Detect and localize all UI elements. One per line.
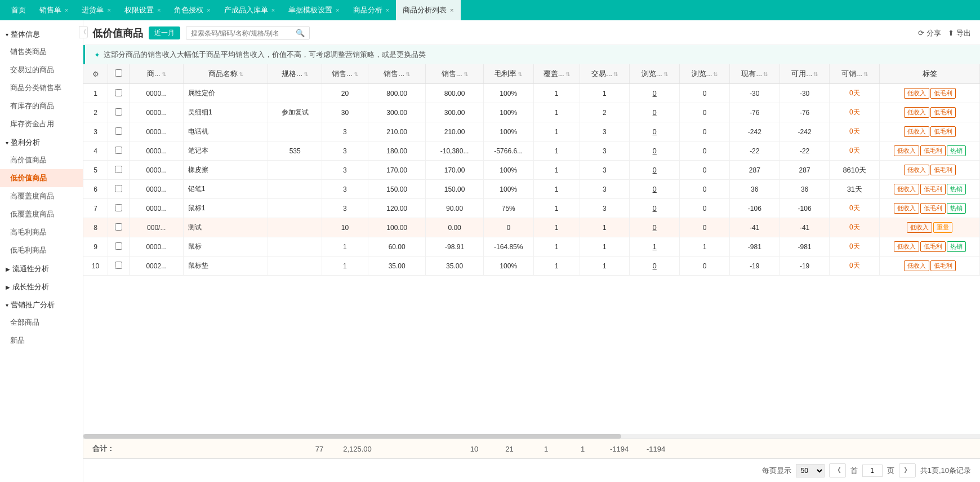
sidebar-item-low-value[interactable]: 低价值商品: [0, 169, 83, 187]
row-view1[interactable]: 0: [630, 122, 680, 141]
sidebar-group-marketing[interactable]: ▾ 营销推广分析: [0, 295, 83, 313]
row-checkbox[interactable]: [108, 84, 130, 103]
col-header-spec[interactable]: 规格...⇅: [268, 64, 322, 84]
sidebar-item-low-coverage[interactable]: 低覆盖度商品: [0, 205, 83, 223]
sidebar-item-sales-products[interactable]: 销售类商品: [0, 43, 83, 61]
scrollbar-thumb[interactable]: [83, 434, 621, 439]
sidebar-item-new-products[interactable]: 新品: [0, 331, 83, 350]
row-select-checkbox[interactable]: [115, 204, 122, 211]
view1-link[interactable]: 0: [653, 147, 657, 155]
view1-link[interactable]: 0: [653, 223, 657, 232]
col-header-code[interactable]: 商...⇅: [130, 64, 184, 84]
close-icon[interactable]: ×: [207, 7, 210, 14]
view1-link[interactable]: 0: [653, 204, 657, 213]
view1-link[interactable]: 0: [653, 108, 657, 117]
row-checkbox[interactable]: [108, 257, 130, 276]
row-view1[interactable]: 0: [630, 218, 680, 237]
row-checkbox[interactable]: [108, 141, 130, 161]
nav-item-purchase[interactable]: 进货单 ×: [75, 0, 117, 20]
col-header-sales-qty[interactable]: 销售...⇅: [322, 64, 368, 84]
first-page-button[interactable]: 《: [829, 463, 846, 477]
view1-link[interactable]: 1: [653, 242, 657, 251]
search-input[interactable]: [191, 29, 292, 37]
sidebar-group-flow[interactable]: ▶ 流通性分析: [0, 259, 83, 277]
view1-link[interactable]: 0: [653, 127, 657, 136]
row-view1[interactable]: 0: [630, 180, 680, 199]
row-select-checkbox[interactable]: [115, 166, 122, 173]
view1-link[interactable]: 0: [653, 185, 657, 193]
row-select-checkbox[interactable]: [115, 262, 122, 269]
checkbox-column-header[interactable]: [108, 64, 130, 84]
sidebar-item-high-value[interactable]: 高价值商品: [0, 151, 83, 169]
period-button[interactable]: 近一月: [149, 26, 180, 39]
col-header-sales-amt[interactable]: 销售...⇅: [368, 64, 425, 84]
col-header-name[interactable]: 商品名称⇅: [184, 64, 268, 84]
row-checkbox[interactable]: [108, 122, 130, 141]
row-select-checkbox[interactable]: [115, 223, 122, 231]
row-select-checkbox[interactable]: [115, 242, 122, 250]
row-checkbox[interactable]: [108, 237, 130, 257]
export-button[interactable]: ⬆ 导出: [948, 28, 971, 38]
row-checkbox[interactable]: [108, 103, 130, 122]
sidebar-collapse-button[interactable]: 《: [79, 26, 88, 38]
view1-link[interactable]: 0: [653, 262, 657, 270]
row-select-checkbox[interactable]: [115, 127, 122, 135]
share-button[interactable]: ⟳ 分享: [918, 28, 941, 38]
close-icon[interactable]: ×: [65, 7, 68, 14]
close-icon[interactable]: ×: [271, 7, 275, 14]
nav-item-roles[interactable]: 角色授权 ×: [167, 0, 217, 20]
view1-link[interactable]: 0: [653, 89, 657, 98]
row-select-checkbox[interactable]: [115, 147, 122, 154]
col-header-tag[interactable]: 标签: [880, 64, 980, 84]
nav-item-permissions[interactable]: 权限设置 ×: [118, 0, 167, 20]
col-header-stock3[interactable]: 可销...⇅: [830, 64, 880, 84]
sidebar-item-traded-products[interactable]: 交易过的商品: [0, 61, 83, 79]
nav-item-stock-in[interactable]: 产成品入库单 ×: [217, 0, 282, 20]
row-view1[interactable]: 0: [630, 141, 680, 161]
col-header-margin[interactable]: 毛利率⇅: [483, 64, 533, 84]
col-header-sales-avg[interactable]: 销售...⇅: [426, 64, 483, 84]
row-checkbox[interactable]: [108, 199, 130, 218]
sidebar-item-low-margin[interactable]: 低毛利商品: [0, 241, 83, 259]
next-page-button[interactable]: 》: [899, 463, 916, 477]
close-icon[interactable]: ×: [386, 7, 389, 14]
col-header-cover[interactable]: 覆盖...⇅: [533, 64, 580, 84]
row-view1[interactable]: 0: [630, 103, 680, 122]
col-header-trade[interactable]: 交易...⇅: [580, 64, 630, 84]
nav-item-home[interactable]: 首页: [5, 0, 33, 20]
sidebar-item-high-margin[interactable]: 高毛利商品: [0, 223, 83, 241]
row-checkbox[interactable]: [108, 180, 130, 199]
row-view1[interactable]: 1: [630, 237, 680, 257]
sidebar-item-stocked-products[interactable]: 有库存的商品: [0, 97, 83, 115]
close-icon[interactable]: ×: [336, 7, 339, 14]
sidebar-group-profit[interactable]: ▾ 盈利分析: [0, 133, 83, 151]
sidebar-item-all-products[interactable]: 全部商品: [0, 313, 83, 331]
close-icon[interactable]: ×: [450, 7, 453, 14]
col-header-view1[interactable]: 浏览...⇅: [630, 64, 680, 84]
sidebar-group-growth[interactable]: ▶ 成长性分析: [0, 277, 83, 295]
row-checkbox[interactable]: [108, 218, 130, 237]
row-view1[interactable]: 0: [630, 199, 680, 218]
col-header-stock2[interactable]: 可用...⇅: [779, 64, 830, 84]
col-header-stock1[interactable]: 现有...⇅: [729, 64, 779, 84]
view1-link[interactable]: 0: [653, 166, 657, 174]
sidebar-item-stock-capital[interactable]: 库存资金占用: [0, 115, 83, 133]
sidebar-item-high-coverage[interactable]: 高覆盖度商品: [0, 187, 83, 205]
row-select-checkbox[interactable]: [115, 89, 122, 96]
row-view1[interactable]: 0: [630, 257, 680, 276]
select-all-checkbox[interactable]: [115, 69, 122, 77]
horizontal-scrollbar[interactable]: [83, 434, 980, 439]
settings-column-header[interactable]: ⚙: [83, 64, 108, 84]
row-view1[interactable]: 0: [630, 84, 680, 103]
page-number-input[interactable]: [862, 465, 883, 477]
nav-item-product-analysis-list[interactable]: 商品分析列表 ×: [396, 0, 460, 20]
close-icon[interactable]: ×: [157, 7, 161, 14]
row-view1[interactable]: 0: [630, 161, 680, 180]
row-checkbox[interactable]: [108, 161, 130, 180]
row-select-checkbox[interactable]: [115, 108, 122, 116]
sidebar-group-overall[interactable]: ▾ 整体信息: [0, 25, 83, 43]
sidebar-item-category-sales-rate[interactable]: 商品分类销售率: [0, 79, 83, 97]
row-select-checkbox[interactable]: [115, 185, 122, 192]
per-page-select[interactable]: 50 100: [796, 464, 825, 477]
col-header-view2[interactable]: 浏览...⇅: [680, 64, 730, 84]
